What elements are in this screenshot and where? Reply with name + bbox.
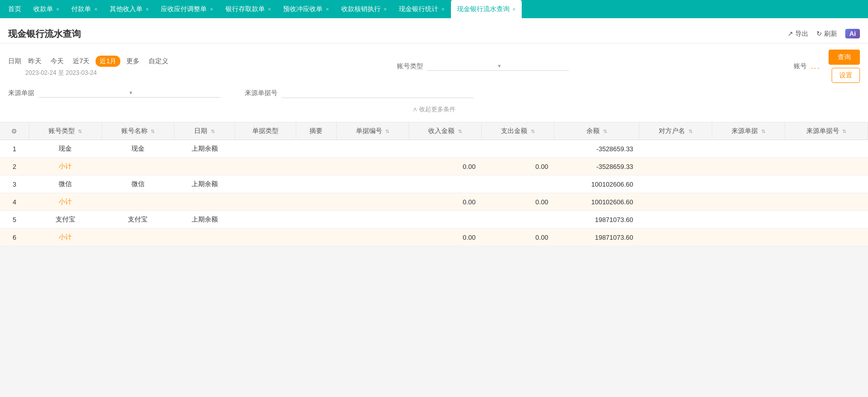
close-icon[interactable]: × <box>146 0 149 18</box>
close-icon[interactable]: × <box>441 0 444 18</box>
query-button[interactable]: 查询 <box>829 50 860 65</box>
table-row[interactable]: 3微信微信上期余额100102606.60 <box>0 175 868 193</box>
refresh-button[interactable]: ↻ 刷新 <box>816 29 837 38</box>
sort-icon[interactable]: ⇅ <box>603 128 607 134</box>
table-cell: 现金 <box>102 140 174 158</box>
sort-icon[interactable]: ⇅ <box>78 128 82 134</box>
table-row[interactable]: 1现金现金上期余额-3528659.33 <box>0 140 868 158</box>
collapse-bar[interactable]: ∧ 收起更多条件 <box>8 103 860 116</box>
table-cell: 小计 <box>29 229 102 246</box>
account-type-select[interactable]: ▾ <box>427 62 569 71</box>
nav-label-cash-stats: 现金银行统计 <box>399 0 438 18</box>
table-cell: 100102606.60 <box>554 175 639 193</box>
table-row[interactable]: 2小计0.000.00-3528659.33 <box>0 158 868 175</box>
col-doc-type: 单据类型 <box>235 122 296 140</box>
table-cell: 微信 <box>102 175 174 193</box>
table-cell <box>296 211 336 229</box>
col-expense-label: 支出金额 <box>501 127 527 135</box>
col-settings[interactable]: ⚙ <box>0 122 29 140</box>
sort-icon[interactable]: ⇅ <box>842 128 846 134</box>
table-cell: 2 <box>0 158 29 175</box>
nav-item-ar-ap-adjust[interactable]: 应收应付调整单 × <box>155 0 219 18</box>
col-account-name: 账号名称 ⇅ <box>102 122 174 140</box>
page-header: 现金银行流水查询 ↗ 导出 ↻ 刷新 Ai <box>0 18 868 43</box>
nav-item-home[interactable]: 首页 <box>2 0 27 18</box>
nav-item-receipt[interactable]: 收款单 × <box>27 0 65 18</box>
sort-icon[interactable]: ⇅ <box>151 128 155 134</box>
table-cell <box>712 229 785 246</box>
table-body: 1现金现金上期余额-3528659.332小计0.000.00-3528659.… <box>0 140 868 246</box>
sort-icon[interactable]: ⇅ <box>211 128 215 134</box>
table-cell <box>712 175 785 193</box>
filter-actions: 查询 设置 <box>829 50 860 83</box>
source-doc-no-input[interactable] <box>282 88 474 98</box>
table-cell <box>409 211 482 229</box>
col-source-doc-label: 来源单据 <box>732 127 758 135</box>
source-doc-select[interactable]: ▾ <box>38 89 220 98</box>
date-opt-yesterday[interactable]: 昨天 <box>25 56 44 67</box>
date-opt-today[interactable]: 今天 <box>48 56 67 67</box>
page-title: 现金银行流水查询 <box>8 28 81 40</box>
table-row[interactable]: 5支付宝支付宝上期余额19871073.60 <box>0 211 868 229</box>
table-cell: 4 <box>0 193 29 211</box>
table-header-row: ⚙ 账号类型 ⇅ 账号名称 ⇅ 日期 ⇅ 单据类型 摘要 <box>0 122 868 140</box>
nav-item-payment[interactable]: 付款单 × <box>65 0 103 18</box>
settings-button[interactable]: 设置 <box>832 68 860 83</box>
source-doc-label: 来源单据 <box>8 89 34 98</box>
table-cell: 1 <box>0 140 29 158</box>
account-type-label: 账号类型 <box>397 62 423 71</box>
data-table: ⚙ 账号类型 ⇅ 账号名称 ⇅ 日期 ⇅ 单据类型 摘要 <box>0 122 868 246</box>
table-cell <box>639 140 712 158</box>
export-icon: ↗ <box>788 30 793 37</box>
account-dots-button[interactable]: ... <box>811 62 820 71</box>
date-opt-7days[interactable]: 近7天 <box>70 56 93 67</box>
table-cell: 上期余额 <box>174 175 235 193</box>
close-icon[interactable]: × <box>326 0 329 18</box>
close-icon[interactable]: × <box>210 0 213 18</box>
nav-item-other-income[interactable]: 其他收入单 × <box>104 0 155 18</box>
table-cell: 小计 <box>29 193 102 211</box>
close-icon[interactable]: × <box>268 0 271 18</box>
table-cell: 0.00 <box>482 193 555 211</box>
filter-row-source: 来源单据 ▾ 来源单据号 <box>8 88 860 98</box>
nav-item-cash-stats[interactable]: 现金银行统计 × <box>393 0 450 18</box>
table-cell: 0.00 <box>409 193 482 211</box>
export-button[interactable]: ↗ 导出 <box>788 29 808 38</box>
table-cell <box>102 158 174 175</box>
nav-item-cash-flow[interactable]: 现金银行流水查询 × <box>451 0 522 18</box>
sort-icon[interactable]: ⇅ <box>458 128 462 134</box>
sort-icon[interactable]: ⇅ <box>531 128 535 134</box>
col-income-label: 收入金额 <box>428 127 454 135</box>
col-doc-no: 单据编号 ⇅ <box>336 122 409 140</box>
col-counterpart: 对方户名 ⇅ <box>639 122 712 140</box>
sort-icon[interactable]: ⇅ <box>689 128 693 134</box>
table-cell <box>336 193 409 211</box>
source-doc-no-label: 来源单据号 <box>245 89 278 98</box>
table-cell <box>785 140 867 158</box>
collapse-up-icon: ∧ <box>413 106 418 113</box>
nav-item-receipt-exec[interactable]: 收款核销执行 × <box>335 0 393 18</box>
sort-icon[interactable]: ⇅ <box>761 128 765 134</box>
settings-icon[interactable]: ⚙ <box>11 127 17 135</box>
table-cell: 0.00 <box>409 158 482 175</box>
date-opt-custom[interactable]: 自定义 <box>146 56 171 67</box>
close-icon[interactable]: × <box>56 0 59 18</box>
date-opt-1month[interactable]: 近1月 <box>96 56 120 67</box>
table-cell <box>174 193 235 211</box>
table-cell <box>785 211 867 229</box>
table-cell <box>235 193 296 211</box>
close-icon[interactable]: × <box>513 0 516 18</box>
ai-button[interactable]: Ai <box>845 29 860 38</box>
date-opt-more[interactable]: 更多 <box>123 56 143 67</box>
sort-icon[interactable]: ⇅ <box>385 128 389 134</box>
nav-item-bank-deposit[interactable]: 银行存取款单 × <box>219 0 277 18</box>
table-cell <box>785 158 867 175</box>
table-cell: 上期余额 <box>174 211 235 229</box>
table-row[interactable]: 4小计0.000.00100102606.60 <box>0 193 868 211</box>
close-icon[interactable]: × <box>384 0 387 18</box>
col-expense: 支出金额 ⇅ <box>482 122 555 140</box>
table-row[interactable]: 6小计0.000.0019871073.60 <box>0 229 868 246</box>
nav-item-prepay-offset[interactable]: 预收冲应收单 × <box>277 0 335 18</box>
close-icon[interactable]: × <box>94 0 97 18</box>
table-cell: 19871073.60 <box>554 211 639 229</box>
